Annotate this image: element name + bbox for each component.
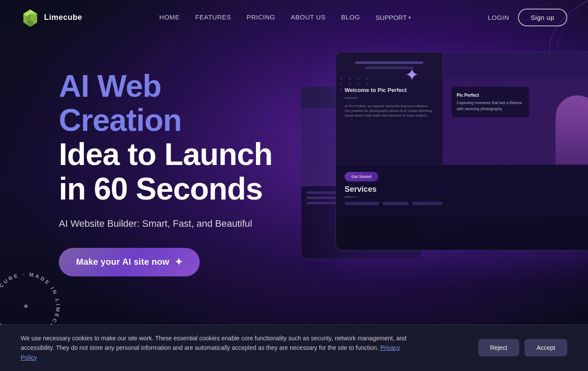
login-button[interactable]: LOGIN — [488, 14, 509, 21]
signup-button[interactable]: Sign up — [518, 9, 567, 26]
mockup-service-bar-3 — [412, 202, 442, 205]
nav-home[interactable]: HOME — [160, 13, 180, 21]
cookie-actions: Reject Accept — [478, 339, 568, 356]
mockup-card-title: Pic Perfect — [457, 92, 524, 98]
reject-button[interactable]: Reject — [478, 339, 520, 356]
logo-icon — [21, 8, 40, 27]
mockup-cta-small: Get Started — [345, 172, 378, 181]
mockup-container: Welcome to Pic Perfect At Pic Perfect, w… — [266, 52, 588, 268]
cta-button[interactable]: Make your AI site now ✦ — [59, 248, 200, 276]
nav-actions: LOGIN Sign up — [488, 9, 567, 26]
hero-content: AI Web Creation Idea to Launch in 60 Sec… — [59, 60, 284, 276]
mock-nav-bar-2 — [365, 67, 414, 69]
mockup-hero-text: Welcome to Pic Perfect At Pic Perfect, w… — [336, 78, 443, 165]
logo[interactable]: Limecube — [21, 8, 82, 27]
nav-blog[interactable]: BLOG — [341, 13, 360, 21]
mockup-services-underline — [345, 197, 362, 197]
hero-section: AI Web Creation Idea to Launch in 60 Sec… — [0, 35, 588, 294]
mockup-front-panel: Welcome to Pic Perfect At Pic Perfect, w… — [336, 52, 588, 251]
mockup-bottom: Get Started Services — [336, 165, 588, 216]
nav-features[interactable]: FEATURES — [195, 13, 231, 21]
nav-links: HOME FEATURES PRICING ABOUT US BLOG SUPP… — [160, 13, 411, 21]
mockup-person — [556, 95, 588, 165]
nav-support[interactable]: SUPPORT ▾ — [376, 14, 411, 21]
hero-subtitle: AI Website Builder: Smart, Fast, and Bea… — [59, 216, 284, 231]
mockup-grid-dots — [340, 78, 371, 90]
nav-about[interactable]: ABOUT US — [291, 13, 326, 21]
hero-title-line2: Idea to Launch in 60 Seconds — [59, 137, 284, 206]
mockup-service-bar-1 — [345, 202, 379, 205]
mockup-front-left — [336, 52, 443, 78]
cookie-text: We use necessary cookies to make our sit… — [21, 333, 410, 362]
cta-label: Make your AI site now — [76, 257, 169, 267]
mockup-services-title: Services — [345, 185, 588, 194]
sparkle-icon: ✦ — [175, 257, 182, 268]
svg-point-6 — [24, 304, 28, 308]
hero-title-ai: AI Web Creation — [59, 69, 284, 137]
mockup-text-card: Pic Perfect Capturing moments that last … — [451, 87, 529, 117]
mockup-inner-text: At Pic Perfect, we capture moments that … — [345, 104, 434, 118]
mockup-front-top — [336, 52, 588, 78]
accept-button[interactable]: Accept — [524, 339, 567, 356]
nav-pricing[interactable]: PRICING — [247, 13, 275, 21]
mock-nav-bar-1 — [355, 61, 423, 64]
logo-text: Limecube — [44, 13, 82, 22]
cookie-banner: We use necessary cookies to make our sit… — [0, 324, 588, 371]
mockup-hero-image: Pic Perfect Capturing moments that last … — [443, 78, 588, 165]
support-chevron-icon: ▾ — [409, 15, 411, 20]
hero-mockup: ✦ — [266, 52, 588, 268]
mockup-title-underline — [345, 98, 358, 98]
mockup-service-bar-2 — [383, 202, 409, 205]
mockup-hero-area: Welcome to Pic Perfect At Pic Perfect, w… — [336, 78, 588, 165]
mockup-service-bars — [345, 202, 588, 205]
mockup-card-text: Capturing moments that last a lifetime w… — [457, 100, 524, 112]
navbar: Limecube HOME FEATURES PRICING ABOUT US … — [0, 0, 588, 35]
mockup-front-right — [443, 52, 588, 78]
